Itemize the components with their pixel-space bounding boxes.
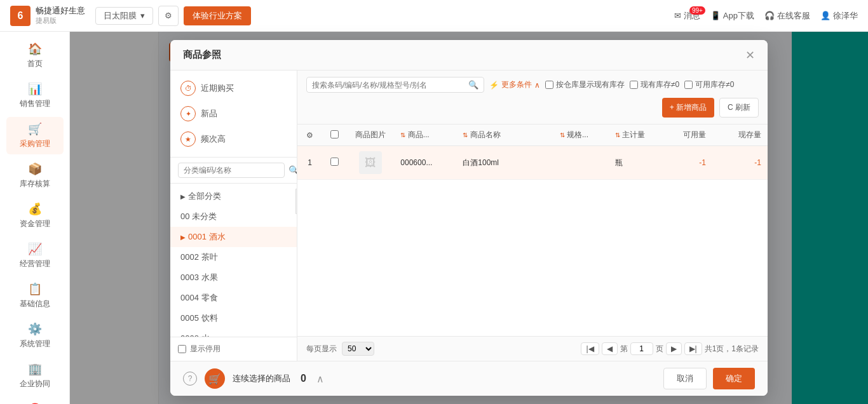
sort-spec-icon[interactable]: ⇅ [560, 131, 565, 138]
message-icon: ✉ [674, 11, 681, 20]
avail-nonzero-label: 可用库存≠0 [695, 79, 734, 90]
experience-button[interactable]: 体验行业方案 [184, 6, 251, 25]
avail-nonzero-checkbox[interactable] [684, 81, 693, 89]
row-checkbox-1[interactable] [330, 158, 339, 166]
category-item-all[interactable]: ▶ 全部分类 [170, 186, 297, 206]
search-icon: 🔍 [468, 80, 478, 90]
category-item-0001[interactable]: ▶ 0001 酒水 [170, 227, 297, 247]
category-item-0004[interactable]: 0004 零食 [170, 288, 297, 308]
th-unit-label: 主计量 [622, 130, 645, 139]
table-row[interactable]: 1 🖼 000600... 白酒100ml [297, 146, 768, 180]
sidebar-item-basic[interactable]: 📋 基础信息 [6, 277, 64, 314]
add-product-button[interactable]: + 新增商品 [662, 98, 714, 118]
cart-icon[interactable]: 🛒 [205, 368, 225, 389]
category-label-00: 00 未分类 [180, 211, 217, 222]
app-download-button[interactable]: 📱 App下载 [710, 10, 754, 22]
warehouse-display-checkbox-label[interactable]: 按仓库显示现有库存 [545, 79, 625, 90]
settings-button[interactable]: ⚙ [158, 6, 179, 26]
sort-name-icon[interactable]: ⇅ [463, 131, 468, 138]
nav-selector[interactable]: 日太阳膜 ▾ [95, 7, 153, 25]
table-settings-icon[interactable]: ⚙ [306, 131, 313, 140]
cancel-button[interactable]: 取消 [663, 368, 707, 389]
search-toolbar: 🔍 ⚡ 更多条件 ∧ 按仓库显示现有库存 [297, 71, 768, 125]
th-unit: ⇅ 主计量 [609, 125, 657, 146]
category-item-0002[interactable]: 0002 茶叶 [170, 247, 297, 267]
stock-nonzero-checkbox[interactable] [630, 81, 638, 89]
category-item-00[interactable]: 00 未分类 [170, 206, 297, 227]
sidebar-item-finance[interactable]: 💰 资金管理 [6, 197, 64, 234]
sidebar-item-system[interactable]: ⚙️ 系统管理 [6, 317, 64, 354]
sidebar-label-system: 系统管理 [20, 339, 50, 349]
avail-nonzero-checkbox-label[interactable]: 可用库存≠0 [684, 79, 734, 90]
pagination-wrap: 每页显示 10 20 50 100 |◀ ◀ 第 [297, 336, 768, 361]
modal-left-panel: ⏱ 近期购买 ✦ 新品 ★ 频次高 [170, 71, 297, 361]
chevron-up-icon: ∧ [534, 81, 540, 90]
category-item-0003[interactable]: 0003 水果 [170, 267, 297, 288]
cart-count: 0 [301, 373, 306, 384]
total-info: 共1页，1条记录 [705, 344, 759, 354]
help-button[interactable]: ? [183, 372, 197, 386]
user-avatar[interactable]: 👤 徐泽华 [820, 10, 858, 22]
sidebar-item-purchase[interactable]: 🛒 采购管理 [6, 117, 64, 154]
new-label: 新品 [201, 108, 217, 119]
last-page-button[interactable]: ▶| [684, 342, 702, 355]
sidebar-item-operations[interactable]: 📈 经营管理 [6, 237, 64, 274]
modal-body: ⏱ 近期购买 ✦ 新品 ★ 频次高 [170, 71, 768, 361]
stock-value: -1 [754, 158, 761, 167]
category-search-button[interactable]: 🔍 [288, 165, 297, 175]
purchase-icon: 🛒 [28, 122, 42, 136]
cart-label: 连续选择的商品 [233, 373, 290, 384]
finance-icon: 💰 [28, 202, 42, 216]
sort-code-icon[interactable]: ⇅ [400, 131, 405, 138]
prev-page-button[interactable]: ◀ [602, 342, 618, 355]
toolbar-actions: + 新增商品 C 刷新 [662, 98, 759, 118]
filter-more-button[interactable]: ⚡ 更多条件 ∧ [489, 79, 540, 90]
sort-unit-icon[interactable]: ⇅ [615, 131, 620, 138]
filter-icon: ⚡ [489, 81, 499, 90]
next-page-button[interactable]: ▶ [666, 342, 682, 355]
quick-action-new[interactable]: ✦ 新品 [170, 101, 297, 126]
refresh-button[interactable]: C 刷新 [719, 98, 759, 118]
quick-action-recent[interactable]: ⏱ 近期购买 [170, 76, 297, 101]
page-navigation: |◀ ◀ 第 页 ▶ ▶| 共1页，1条记录 [581, 342, 759, 355]
app-label: App下载 [723, 10, 754, 22]
cell-img: 🖼 [347, 146, 394, 180]
th-spec-label: 规格... [567, 130, 588, 139]
sidebar-item-sales[interactable]: 📊 销售管理 [6, 77, 64, 114]
category-label-all: 全部分类 [188, 191, 221, 202]
sidebar-item-guide[interactable]: 🎯 新手引导 [6, 397, 64, 404]
select-all-checkbox[interactable] [330, 130, 339, 138]
quick-action-frequent[interactable]: ★ 频次高 [170, 126, 297, 152]
confirm-button[interactable]: 确定 [713, 368, 755, 389]
warehouse-display-checkbox[interactable] [545, 81, 553, 89]
sidebar-label-basic: 基础信息 [20, 299, 50, 309]
th-code: ⇅ 商品... [394, 125, 456, 146]
first-page-button[interactable]: |◀ [581, 342, 599, 355]
cart-collapse-icon[interactable]: ∧ [316, 373, 324, 385]
stock-nonzero-checkbox-label[interactable]: 现有库存≠0 [630, 79, 679, 90]
th-stock-label: 现存量 [738, 130, 761, 139]
sidebar-item-enterprise[interactable]: 🏢 企业协同 [6, 357, 64, 394]
modal-header: 商品参照 ✕ [170, 40, 768, 71]
cell-name: 白酒100ml [456, 146, 553, 180]
product-search-wrap: 🔍 [306, 77, 484, 93]
sidebar-item-inventory[interactable]: 📦 库存核算 [6, 157, 64, 194]
show-disabled-label[interactable]: 显示停用 [190, 344, 220, 354]
sidebar-item-home[interactable]: 🏠 首页 [6, 37, 64, 74]
headset-icon: 🎧 [764, 11, 775, 20]
th-name-label: 商品名称 [470, 130, 501, 139]
support-button[interactable]: 🎧 在线客服 [764, 10, 810, 22]
page-size-select[interactable]: 10 20 50 100 [342, 342, 374, 356]
cell-stock: -1 [712, 146, 768, 180]
modal-close-button[interactable]: ✕ [745, 50, 755, 61]
message-button[interactable]: ✉ 消息 99+ [674, 10, 700, 22]
category-search-input[interactable] [178, 163, 285, 178]
page-number-input[interactable] [630, 342, 653, 355]
category-item-0005[interactable]: 0005 饮料 [170, 308, 297, 328]
collapse-panel-button[interactable]: 《 [295, 189, 297, 214]
basic-icon: 📋 [28, 282, 42, 296]
category-item-0008[interactable]: 0008 水 [170, 328, 297, 337]
category-list: ▶ 全部分类 00 未分类 ▶ 0001 酒水 0002 茶 [170, 184, 297, 337]
show-disabled-checkbox[interactable] [178, 345, 186, 353]
product-search-input[interactable] [312, 81, 466, 90]
